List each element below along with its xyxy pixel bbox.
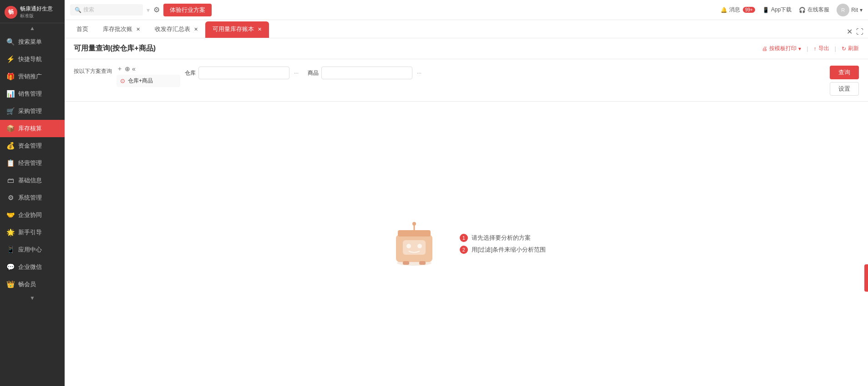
chart-icon: 📊: [6, 90, 15, 98]
sidebar-item-basic[interactable]: 🗃 基础信息: [0, 172, 65, 189]
settings-button[interactable]: 设置: [830, 82, 859, 96]
sidebar-item-quick-nav[interactable]: ⚡ 快捷导航: [0, 51, 65, 68]
sidebar-item-inventory[interactable]: 📦 库存核算: [0, 120, 65, 137]
tab-home[interactable]: 首页: [69, 21, 96, 38]
tabbar-actions: ✕ ⛶: [847, 27, 863, 38]
tab-home-label: 首页: [76, 25, 88, 33]
empty-content: 1 请先选择要分析的方案 2 用[过滤]条件来缩小分析范围: [387, 221, 546, 267]
settings-icon[interactable]: ⚙: [153, 5, 160, 14]
gear-icon: ⚙: [6, 194, 15, 202]
bell-icon: 🔔: [721, 7, 727, 13]
search-icon: 🔍: [75, 7, 81, 13]
online-service-button[interactable]: 🎧 在线客服: [799, 6, 829, 14]
tab-close-icon[interactable]: ✕: [194, 27, 198, 32]
sidebar-item-app-center[interactable]: 📱 应用中心: [0, 241, 65, 258]
collapse-icon[interactable]: «: [132, 65, 136, 72]
topbar-right: 🔔 消息 99+ 📱 App下载 🎧 在线客服 R Rit ▾: [721, 4, 863, 16]
sidebar-item-operations[interactable]: 📋 经营管理: [0, 154, 65, 172]
sidebar-item-marketing[interactable]: 🎁 营销推广: [0, 68, 65, 85]
divider: |: [835, 45, 836, 52]
goods-more-icon[interactable]: ···: [417, 70, 421, 76]
sidebar-item-label: 企业微信: [18, 263, 42, 271]
svg-rect-2: [398, 230, 431, 237]
warehouse-input[interactable]: [198, 67, 289, 79]
topbar-search-box[interactable]: 🔍 搜索: [70, 4, 143, 15]
dropdown-icon[interactable]: ▾: [147, 6, 150, 14]
phone-icon: 📱: [6, 246, 15, 254]
query-fields: 仓库 ··· 商品 ···: [185, 65, 825, 79]
topbar: 🔍 搜索 ▾ ⚙ 体验行业方案 🔔 消息 99+ 📱 App下载 🎧 在线客服 …: [65, 0, 868, 20]
print-template-button[interactable]: 🖨 按模板打印 ▾: [762, 45, 801, 52]
app-download-button[interactable]: 📱 App下载: [762, 6, 792, 14]
empty-tip-2: 2 用[过滤]条件来缩小分析范围: [460, 246, 546, 254]
tab-receive-summary[interactable]: 收发存汇总表 ✕: [147, 21, 205, 38]
sidebar-scroll-up[interactable]: ▲: [0, 23, 65, 33]
box-icon: 📦: [6, 124, 15, 133]
lightning-icon: ⚡: [6, 55, 15, 63]
query-section: 按以下方案查询 ＋ ⊕ « ⊙ 仓库+商品 仓库 ···: [65, 59, 868, 102]
sidebar-item-membership[interactable]: 👑 畅会员: [0, 276, 65, 293]
sidebar-item-label: 营销推广: [18, 72, 42, 81]
sidebar-item-label: 快捷导航: [18, 55, 42, 63]
avatar: R: [837, 4, 849, 16]
tip-number-1: 1: [460, 234, 468, 242]
sidebar-item-label: 畅会员: [18, 280, 36, 288]
scheme-type-icon: ⊙: [120, 77, 125, 84]
add-scheme-icon[interactable]: ＋: [117, 65, 123, 73]
empty-tip-1: 1 请先选择要分析的方案: [460, 234, 546, 242]
query-button[interactable]: 查询: [830, 66, 859, 79]
clipboard-icon: 📋: [6, 159, 15, 167]
expand-icon[interactable]: ⛶: [856, 28, 863, 36]
tab-batch-accounts[interactable]: 库存批次账 ✕: [96, 21, 147, 38]
sidebar-item-label: 销售管理: [18, 90, 42, 98]
tab-close-icon[interactable]: ✕: [136, 27, 140, 32]
sidebar-item-wechat[interactable]: 💬 企业微信: [0, 258, 65, 276]
empty-tips: 1 请先选择要分析的方案 2 用[过滤]条件来缩小分析范围: [460, 234, 546, 254]
chevron-down-icon: ▾: [860, 7, 863, 13]
sidebar-logo: 畅: [5, 6, 17, 19]
sidebar-edition: 标准版: [20, 13, 53, 19]
headset-icon: 🎧: [799, 7, 806, 13]
sidebar-item-finance[interactable]: 💰 资金管理: [0, 137, 65, 154]
sidebar-item-sales[interactable]: 📊 销售管理: [0, 85, 65, 103]
tab-batch-accounts-label: 库存批次账: [103, 25, 132, 33]
chevron-down-icon: ▾: [798, 46, 801, 52]
sidebar-scroll-down[interactable]: ▼: [0, 293, 65, 303]
sidebar-item-label: 企业协同: [18, 211, 42, 219]
goods-input[interactable]: [321, 67, 412, 79]
sidebar-company-info: 畅康通好生意 标准版: [20, 5, 53, 19]
svg-point-4: [406, 244, 411, 248]
refresh-button[interactable]: ↻ 刷新: [842, 45, 859, 52]
svg-point-7: [412, 222, 416, 226]
empty-illustration: [387, 221, 442, 267]
sidebar-item-search[interactable]: 🔍 搜索菜单: [0, 33, 65, 51]
tab-available-stock-label: 可用量库存账本: [213, 25, 254, 33]
export-button[interactable]: ↑ 导出: [814, 45, 829, 52]
sidebar-item-guide[interactable]: 🌟 新手引导: [0, 224, 65, 241]
sidebar-item-label: 采购管理: [18, 107, 42, 115]
message-button[interactable]: 🔔 消息 99+: [721, 6, 755, 14]
sidebar-company-name: 畅康通好生意: [20, 5, 53, 13]
user-avatar[interactable]: R Rit ▾: [837, 4, 863, 16]
tab-close-icon[interactable]: ✕: [258, 27, 262, 32]
warehouse-label: 仓库: [185, 69, 196, 77]
svg-rect-9: [419, 261, 426, 265]
sidebar-item-collab[interactable]: 🤝 企业协同: [0, 206, 65, 224]
main-area: 🔍 搜索 ▾ ⚙ 体验行业方案 🔔 消息 99+ 📱 App下载 🎧 在线客服 …: [65, 0, 868, 386]
scheme-item[interactable]: ⊙ 仓库+商品: [117, 75, 180, 87]
sidebar-item-label: 系统管理: [18, 194, 42, 202]
query-actions: 查询 设置: [830, 65, 859, 96]
search-icon: 🔍: [6, 38, 15, 46]
gift-icon: 🎁: [6, 72, 15, 81]
sidebar-item-purchase[interactable]: 🛒 采购管理: [0, 103, 65, 120]
export-icon: ↑: [814, 46, 817, 52]
manage-schemes-icon[interactable]: ⊕: [125, 65, 130, 72]
svg-point-5: [417, 244, 422, 248]
tab-available-stock[interactable]: 可用量库存账本 ✕: [205, 21, 269, 38]
close-icon[interactable]: ✕: [847, 27, 853, 36]
refresh-label: 刷新: [848, 45, 859, 52]
trial-button[interactable]: 体验行业方案: [163, 4, 212, 16]
tip-text-1: 请先选择要分析的方案: [472, 234, 531, 242]
sidebar-item-system[interactable]: ⚙ 系统管理: [0, 189, 65, 206]
warehouse-more-icon[interactable]: ···: [294, 70, 299, 76]
